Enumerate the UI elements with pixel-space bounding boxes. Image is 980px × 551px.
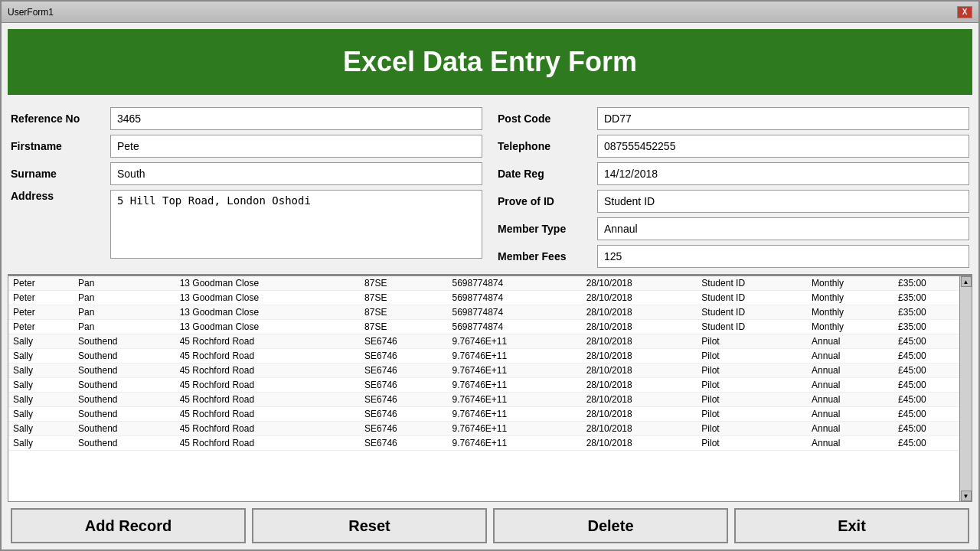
table-cell: Monthly xyxy=(807,291,893,305)
prove-id-row: Prove of ID xyxy=(498,190,969,213)
window-title: UserForm1 xyxy=(8,7,54,18)
form-section: Reference No Firstname Surname Address xyxy=(2,101,978,274)
table-cell: 13 Goodman Close xyxy=(175,276,360,291)
add-record-button[interactable]: Add Record xyxy=(11,508,246,543)
table-cell: Pilot xyxy=(697,378,807,393)
table-cell: 28/10/2018 xyxy=(582,422,697,436)
table-cell: 9.76746E+11 xyxy=(447,436,581,451)
table-cell: Annual xyxy=(807,393,893,407)
table-cell: 9.76746E+11 xyxy=(447,393,581,407)
member-type-row: Member Type xyxy=(498,217,969,240)
scrollbar[interactable]: ▲ ▼ xyxy=(959,276,972,501)
table-cell: Monthly xyxy=(807,276,893,291)
surname-input[interactable] xyxy=(110,162,482,185)
table-cell: Pan xyxy=(74,320,175,334)
table-cell: 5698774874 xyxy=(447,320,581,334)
form-content: Excel Data Entry Form Reference No First… xyxy=(2,23,978,549)
table-row[interactable]: SallySouthend45 Rochford RoadSE67469.767… xyxy=(8,378,972,393)
member-fees-label: Member Fees xyxy=(498,250,590,262)
table-cell: 9.76746E+11 xyxy=(447,334,581,349)
table-cell: Annual xyxy=(807,378,893,393)
reset-button[interactable]: Reset xyxy=(252,508,487,543)
table-cell: Southend xyxy=(74,378,175,393)
table-cell: 45 Rochford Road xyxy=(175,407,360,422)
table-cell: Sally xyxy=(8,349,74,364)
table-row[interactable]: SallySouthend45 Rochford RoadSE67469.767… xyxy=(8,393,972,407)
table-row[interactable]: SallySouthend45 Rochford RoadSE67469.767… xyxy=(8,422,972,436)
table-row[interactable]: SallySouthend45 Rochford RoadSE67469.767… xyxy=(8,349,972,364)
table-row[interactable]: PeterPan13 Goodman Close87SE569877487428… xyxy=(8,305,972,320)
prove-id-input[interactable] xyxy=(597,190,969,213)
close-button[interactable]: X xyxy=(957,6,972,18)
table-cell: Sally xyxy=(8,378,74,393)
table-row[interactable]: SallySouthend45 Rochford RoadSE67469.767… xyxy=(8,407,972,422)
form-left: Reference No Firstname Surname Address xyxy=(11,107,482,268)
telephone-label: Telephone xyxy=(498,140,590,152)
table-cell: Pilot xyxy=(697,349,807,364)
table-cell: Pilot xyxy=(697,407,807,422)
table-cell: 5698774874 xyxy=(447,276,581,291)
table-cell: 28/10/2018 xyxy=(582,378,697,393)
table-cell: 28/10/2018 xyxy=(582,436,697,451)
table-cell: 28/10/2018 xyxy=(582,276,697,291)
table-cell: Sally xyxy=(8,364,74,378)
reference-no-label: Reference No xyxy=(11,112,103,125)
table-cell: Peter xyxy=(8,291,74,305)
delete-button[interactable]: Delete xyxy=(493,508,728,543)
header-banner: Excel Data Entry Form xyxy=(8,29,972,95)
table-cell: SE6746 xyxy=(360,436,447,451)
data-table-section[interactable]: PeterPan13 Goodman Close87SE569877487428… xyxy=(8,276,972,502)
date-reg-input[interactable] xyxy=(597,162,969,185)
telephone-row: Telephone xyxy=(498,135,969,158)
table-cell: Southend xyxy=(74,349,175,364)
table-row[interactable]: SallySouthend45 Rochford RoadSE67469.767… xyxy=(8,334,972,349)
post-code-input[interactable] xyxy=(597,107,969,130)
address-row: Address xyxy=(11,190,482,259)
table-row[interactable]: SallySouthend45 Rochford RoadSE67469.767… xyxy=(8,364,972,378)
table-cell: 28/10/2018 xyxy=(582,393,697,407)
table-cell: Annual xyxy=(807,407,893,422)
table-cell: Annual xyxy=(807,422,893,436)
table-cell: SE6746 xyxy=(360,407,447,422)
table-cell: Southend xyxy=(74,334,175,349)
table-cell: 9.76746E+11 xyxy=(447,364,581,378)
member-type-input[interactable] xyxy=(597,217,969,240)
table-cell: 28/10/2018 xyxy=(582,349,697,364)
reference-no-input[interactable] xyxy=(110,107,482,130)
table-cell: 13 Goodman Close xyxy=(175,305,360,320)
table-row[interactable]: PeterPan13 Goodman Close87SE569877487428… xyxy=(8,276,972,291)
scroll-down-button[interactable]: ▼ xyxy=(961,491,972,501)
address-input[interactable] xyxy=(110,190,482,259)
member-type-label: Member Type xyxy=(498,223,590,235)
table-cell: Pilot xyxy=(697,393,807,407)
table-cell: Student ID xyxy=(697,320,807,334)
table-cell: Sally xyxy=(8,436,74,451)
table-cell: 5698774874 xyxy=(447,305,581,320)
table-cell: 87SE xyxy=(360,320,447,334)
table-cell: 28/10/2018 xyxy=(582,364,697,378)
table-cell: Sally xyxy=(8,422,74,436)
table-cell: 87SE xyxy=(360,276,447,291)
table-cell: 45 Rochford Road xyxy=(175,436,360,451)
telephone-input[interactable] xyxy=(597,135,969,158)
table-cell: SE6746 xyxy=(360,393,447,407)
surname-label: Surname xyxy=(11,168,103,180)
table-row[interactable]: PeterPan13 Goodman Close87SE569877487428… xyxy=(8,291,972,305)
table-cell: Southend xyxy=(74,407,175,422)
table-cell: Peter xyxy=(8,305,74,320)
table-cell: 45 Rochford Road xyxy=(175,378,360,393)
table-cell: Pan xyxy=(74,276,175,291)
member-fees-input[interactable] xyxy=(597,245,969,268)
table-cell: Annual xyxy=(807,364,893,378)
date-reg-label: Date Reg xyxy=(498,168,590,180)
main-window: UserForm1 X Excel Data Entry Form Refere… xyxy=(0,0,980,551)
table-row[interactable]: SallySouthend45 Rochford RoadSE67469.767… xyxy=(8,436,972,451)
firstname-input[interactable] xyxy=(110,135,482,158)
exit-button[interactable]: Exit xyxy=(734,508,969,543)
table-cell: Southend xyxy=(74,393,175,407)
table-cell: 9.76746E+11 xyxy=(447,407,581,422)
table-row[interactable]: PeterPan13 Goodman Close87SE569877487428… xyxy=(8,320,972,334)
date-reg-row: Date Reg xyxy=(498,162,969,185)
button-bar: Add Record Reset Delete Exit xyxy=(2,502,978,549)
scroll-up-button[interactable]: ▲ xyxy=(961,276,972,287)
